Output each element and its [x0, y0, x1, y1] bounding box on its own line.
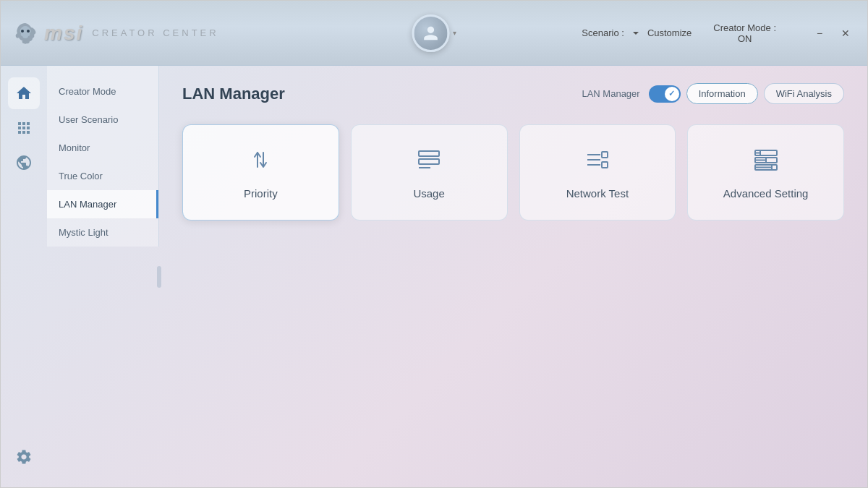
network-test-card-icon	[583, 145, 612, 177]
svg-point-0	[21, 30, 24, 33]
content-area: LAN Manager LAN Manager ✓ Information Wi…	[159, 66, 867, 487]
user-icon	[421, 23, 441, 43]
header-controls: LAN Manager ✓ Information WiFi Analysis	[582, 83, 844, 104]
usage-icon	[414, 145, 443, 174]
creator-mode-value: ON	[738, 33, 752, 44]
scenario-value: Customize	[647, 27, 692, 38]
network-icon	[15, 154, 33, 171]
gear-icon	[15, 448, 33, 466]
sidebar-item-mystic-light[interactable]: Mystic Light	[47, 218, 158, 247]
creator-center-label: CREATOR CENTER	[92, 27, 218, 38]
svg-rect-8	[602, 152, 608, 158]
cards-grid: Priority Usage	[182, 124, 844, 221]
priority-card-label: Priority	[244, 187, 278, 200]
title-bar-center: ▾	[412, 14, 456, 52]
advanced-setting-card[interactable]: Advanced Setting	[687, 124, 844, 221]
sidebar-item-user-scenario[interactable]: User Scenario	[47, 106, 158, 134]
msi-dragon-icon	[12, 20, 38, 46]
user-dropdown-arrow[interactable]: ▾	[453, 29, 456, 37]
usage-card-label: Usage	[413, 187, 444, 200]
sidebar-item-lan-manager[interactable]: LAN Manager	[47, 190, 158, 218]
sidebar-item-true-color[interactable]: True Color	[47, 162, 158, 190]
window-controls: − ✕	[809, 23, 856, 43]
advanced-setting-card-label: Advanced Setting	[723, 187, 809, 200]
network-test-card[interactable]: Network Test	[519, 124, 676, 221]
msi-logo: msi CREATOR CENTER	[12, 20, 219, 46]
sidebar-resize-handle[interactable]	[157, 266, 161, 288]
avatar[interactable]	[412, 14, 450, 52]
sidebar-icon-network[interactable]	[8, 147, 40, 179]
close-button[interactable]: ✕	[835, 23, 856, 43]
priority-card[interactable]: Priority	[182, 124, 339, 221]
lan-manager-toggle[interactable]: ✓	[649, 85, 681, 103]
svg-rect-3	[419, 159, 439, 164]
usage-card[interactable]: Usage	[351, 124, 508, 221]
scenario-info: Scenario : Customize	[582, 27, 692, 39]
information-button[interactable]: Information	[686, 83, 758, 104]
scenario-dropdown-icon[interactable]	[630, 27, 642, 39]
network-test-icon	[583, 145, 612, 174]
creator-mode-label: Creator Mode :	[713, 22, 776, 33]
toggle-thumb: ✓	[665, 87, 679, 101]
apps-icon	[15, 119, 33, 137]
sidebar-icon-settings[interactable]	[8, 441, 40, 473]
toggle-check-icon: ✓	[668, 89, 675, 98]
advanced-setting-icon	[752, 145, 780, 174]
lan-manager-toggle-label: LAN Manager	[582, 88, 639, 99]
svg-point-1	[27, 30, 30, 33]
title-bar-left: msi CREATOR CENTER	[12, 20, 219, 46]
home-icon	[15, 85, 33, 102]
priority-card-icon	[246, 145, 275, 177]
title-bar: msi CREATOR CENTER ▾ Scenario : Customiz…	[1, 1, 867, 66]
content-header: LAN Manager LAN Manager ✓ Information Wi…	[182, 83, 844, 104]
title-bar-right: Scenario : Customize Creator Mode : ON −…	[582, 22, 856, 44]
svg-rect-9	[602, 162, 608, 168]
sidebar-icons	[1, 66, 47, 487]
sidebar-item-creator-mode[interactable]: Creator Mode	[47, 77, 158, 106]
msi-logo-text: msi	[44, 22, 83, 45]
toggle-track: ✓	[649, 85, 681, 103]
scenario-label: Scenario :	[582, 27, 624, 38]
creator-mode-info: Creator Mode : ON	[713, 22, 776, 44]
app-window: msi CREATOR CENTER ▾ Scenario : Customiz…	[0, 0, 868, 488]
sidebar-icon-home[interactable]	[8, 77, 40, 109]
sidebar-nav: Creator Mode User Scenario Monitor True …	[47, 66, 159, 247]
network-test-card-label: Network Test	[566, 187, 629, 200]
usage-card-icon	[414, 145, 443, 177]
minimize-button[interactable]: −	[809, 23, 830, 43]
main-layout: Creator Mode User Scenario Monitor True …	[1, 66, 867, 487]
sidebar-item-monitor[interactable]: Monitor	[47, 134, 158, 162]
advanced-setting-card-icon	[752, 145, 780, 177]
sidebar-icon-apps[interactable]	[8, 112, 40, 144]
wifi-analysis-button[interactable]: WiFi Analysis	[764, 83, 844, 104]
svg-rect-2	[419, 151, 439, 156]
page-title: LAN Manager	[182, 85, 285, 103]
sidebar-nav-wrapper: Creator Mode User Scenario Monitor True …	[47, 66, 159, 487]
priority-icon	[246, 145, 275, 174]
